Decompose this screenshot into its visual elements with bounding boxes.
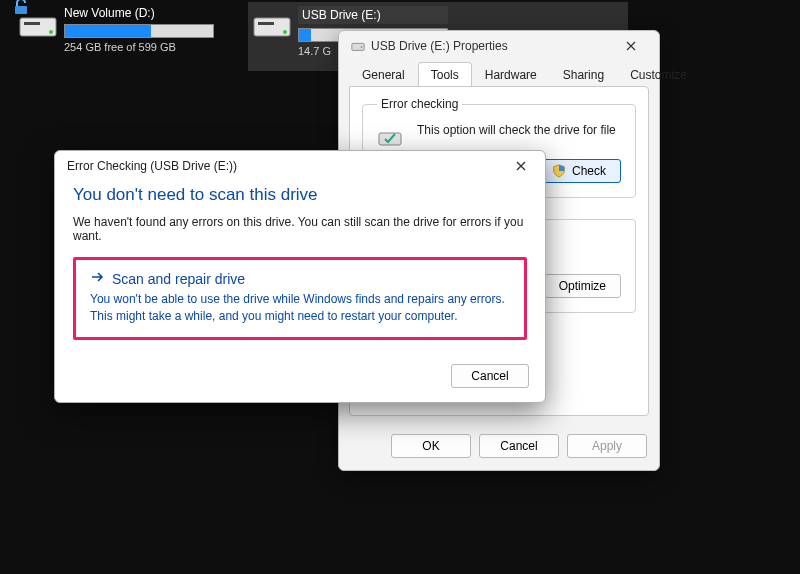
tab-hardware[interactable]: Hardware: [472, 62, 550, 87]
option-desc: You won't be able to use the drive while…: [90, 291, 510, 325]
check-disk-icon: [377, 123, 403, 149]
tab-general[interactable]: General: [349, 62, 418, 87]
dialog-subtext: We haven't found any errors on this driv…: [73, 215, 527, 243]
scan-and-repair-option[interactable]: Scan and repair drive You won't be able …: [73, 257, 527, 340]
error-checking-legend: Error checking: [377, 97, 462, 111]
dialog-title: Error Checking (USB Drive (E:)): [67, 159, 501, 173]
drive-name: New Volume (D:): [64, 6, 214, 20]
close-button[interactable]: [609, 32, 653, 60]
svg-point-2: [49, 30, 53, 34]
usage-bar: [64, 24, 214, 38]
close-icon: [516, 161, 526, 171]
unlocked-drive-icon: [18, 8, 58, 38]
cancel-button[interactable]: Cancel: [479, 434, 559, 458]
drive-name: USB Drive (E:): [298, 6, 448, 24]
properties-titlebar[interactable]: USB Drive (E:) Properties: [339, 31, 659, 61]
svg-point-6: [283, 30, 287, 34]
svg-rect-5: [258, 22, 274, 25]
usb-drive-icon: [252, 8, 292, 38]
tab-sharing[interactable]: Sharing: [550, 62, 617, 87]
drive-card-d[interactable]: New Volume (D:) 254 GB free of 599 GB: [14, 2, 222, 61]
tab-customize[interactable]: Customize: [617, 62, 700, 87]
check-button-label: Check: [572, 164, 606, 178]
padlock-unlocked-icon: [12, 0, 30, 16]
error-checking-dialog: Error Checking (USB Drive (E:)) You don'…: [54, 150, 546, 403]
svg-rect-3: [15, 6, 27, 14]
tab-tools[interactable]: Tools: [418, 62, 472, 87]
ok-button[interactable]: OK: [391, 434, 471, 458]
uac-shield-icon: [552, 164, 566, 178]
arrow-right-icon: [90, 270, 104, 287]
drive-free-text: 254 GB free of 599 GB: [64, 41, 214, 53]
usage-fill: [299, 29, 311, 41]
dialog-titlebar[interactable]: Error Checking (USB Drive (E:)): [55, 151, 545, 181]
optimize-button[interactable]: Optimize: [544, 274, 621, 298]
dialog-close-button[interactable]: [501, 153, 541, 179]
usage-fill: [65, 25, 151, 37]
option-title: Scan and repair drive: [112, 271, 245, 287]
drive-small-icon: [351, 39, 365, 53]
optimize-button-label: Optimize: [559, 279, 606, 293]
error-checking-desc: This option will check the drive for fil…: [417, 123, 621, 137]
properties-tabs: General Tools Hardware Sharing Customize: [339, 61, 659, 86]
check-button[interactable]: Check: [537, 159, 621, 183]
properties-actions: OK Cancel Apply: [339, 426, 659, 470]
apply-button[interactable]: Apply: [567, 434, 647, 458]
svg-rect-1: [24, 22, 40, 25]
dialog-cancel-button[interactable]: Cancel: [451, 364, 529, 388]
properties-title: USB Drive (E:) Properties: [371, 39, 609, 53]
dialog-heading: You don't need to scan this drive: [73, 185, 527, 205]
svg-point-8: [361, 46, 363, 48]
